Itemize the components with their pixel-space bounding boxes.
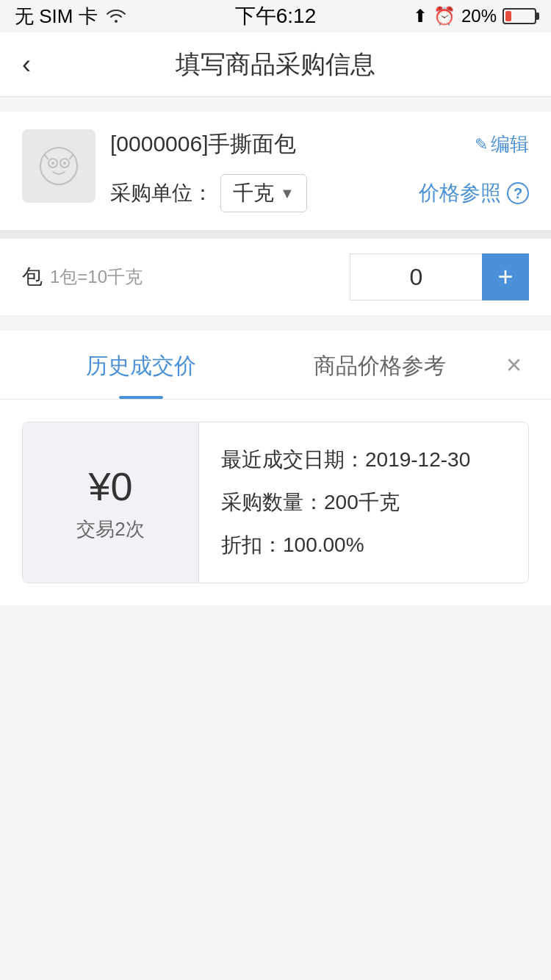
gps-icon: ⬆ [413,6,428,26]
recent-date-row: 最近成交日期：2019-12-30 [221,444,506,475]
section-divider [0,230,551,239]
price-ref-help-icon: ? [507,182,529,204]
svg-point-3 [51,162,54,165]
product-logo-icon [37,144,81,188]
discount-label: 折扣： [221,533,283,556]
alarm-icon: ⏰ [433,6,455,26]
discount-value: 100.00% [283,533,364,556]
quantity-plus-button[interactable]: + [482,253,529,300]
purchase-qty-label: 采购数量： [221,491,324,514]
quantity-unit-label: 包 [22,263,43,291]
back-button[interactable]: ‹ [0,49,53,80]
status-time: 下午6:12 [235,2,317,30]
price-reference-button[interactable]: 价格参照 ? [419,179,529,207]
tab-close-button[interactable]: × [499,350,529,381]
recent-date-value: 2019-12-30 [365,448,470,471]
nav-title: 填写商品采购信息 [176,48,375,82]
product-title-row: [0000006]手撕面包 ✎ 编辑 [110,129,529,159]
edit-label: 编辑 [491,131,529,157]
price-value: 0 [111,464,133,508]
unit-selector: 采购单位： 千克 ▼ [110,174,307,212]
product-card: [0000006]手撕面包 ✎ 编辑 采购单位： 千克 ▼ 价格参照 [0,112,551,230]
quantity-input[interactable]: 0 [350,253,482,300]
battery-text: 20% [461,6,497,26]
status-carrier: 无 SIM 卡 [15,4,127,29]
quantity-label: 包 1包=10千克 [22,263,143,291]
tab-product-ref-label: 商品价格参考 [314,353,446,378]
close-icon: × [506,350,522,380]
main-content: 历史成交价 商品价格参考 × ¥0 交易2次 最近成交日期：20 [0,331,551,845]
purchase-unit-label: 采购单位： [110,179,213,207]
unit-conversion-info: 1包=10千克 [50,265,143,289]
purchase-qty-row: 采购数量：200千克 [221,487,506,518]
status-bar: 无 SIM 卡 下午6:12 ⬆ ⏰ 20% [0,0,551,32]
nav-bar: ‹ 填写商品采购信息 [0,32,551,97]
wifi-icon [105,8,127,24]
tab-history-price[interactable]: 历史成交价 [22,331,260,399]
price-transactions: 交易2次 [76,516,144,542]
currency-symbol: ¥ [88,464,110,508]
edit-button[interactable]: ✎ 编辑 [475,131,529,157]
battery-icon [503,8,536,24]
product-name: [0000006]手撕面包 [110,129,296,159]
quantity-control: 0 + [350,253,529,300]
selected-unit: 千克 [233,179,274,207]
dropdown-arrow-icon: ▼ [280,185,295,202]
status-right: ⬆ ⏰ 20% [413,6,536,26]
battery-fill [505,11,511,21]
purchase-qty-value: 200千克 [324,491,400,514]
tab-history-label: 历史成交价 [86,353,196,378]
product-header: [0000006]手撕面包 ✎ 编辑 采购单位： 千克 ▼ 价格参照 [22,129,529,212]
discount-row: 折扣：100.00% [221,530,506,561]
recent-date-label: 最近成交日期： [221,448,365,471]
quantity-row: 包 1包=10千克 0 + [0,239,551,316]
tab-section: 历史成交价 商品价格参考 × ¥0 交易2次 最近成交日期：20 [0,331,551,605]
price-ref-label: 价格参照 [419,179,501,207]
price-details-right: 最近成交日期：2019-12-30 采购数量：200千克 折扣：100.00% [199,422,528,583]
edit-icon: ✎ [475,135,488,154]
tab-header: 历史成交价 商品价格参考 × [0,331,551,400]
price-amount: ¥0 [88,464,132,509]
price-card: ¥0 交易2次 最近成交日期：2019-12-30 采购数量：200千克 折扣：… [22,422,529,583]
svg-point-4 [63,162,66,165]
quantity-value: 0 [410,264,423,291]
unit-dropdown[interactable]: 千克 ▼ [220,174,307,212]
tab-product-ref[interactable]: 商品价格参考 [260,331,498,399]
price-card-container: ¥0 交易2次 最近成交日期：2019-12-30 采购数量：200千克 折扣：… [0,400,551,605]
product-info: [0000006]手撕面包 ✎ 编辑 采购单位： 千克 ▼ 价格参照 [110,129,529,212]
svg-point-0 [40,148,77,184]
carrier-text: 无 SIM 卡 [15,4,98,29]
purchase-unit-row: 采购单位： 千克 ▼ 价格参照 ? [110,174,529,212]
plus-icon: + [497,262,513,292]
product-thumbnail [22,129,96,203]
price-summary-left: ¥0 交易2次 [23,422,199,583]
